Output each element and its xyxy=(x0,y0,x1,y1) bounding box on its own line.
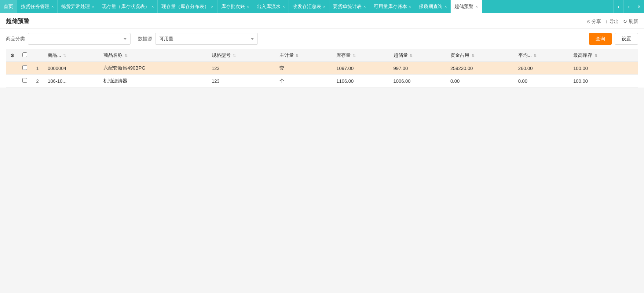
close-icon[interactable]: × xyxy=(211,4,213,9)
settings-button[interactable]: 设置 xyxy=(615,33,638,45)
row-avg: 0.00 xyxy=(515,75,570,88)
page-container: 超储预警 ⎋ 分享 ↑ 导出 ↻ 刷新 商品分类 数据源 xyxy=(0,13,644,88)
refresh-button[interactable]: ↻ 刷新 xyxy=(623,18,638,25)
row-overstock: 1006.00 xyxy=(391,75,447,88)
checkbox-header[interactable] xyxy=(19,49,30,62)
page-title: 超储预警 xyxy=(6,18,29,25)
nav-expiry-query[interactable]: 保质期查询 × xyxy=(415,0,451,13)
sort-icon: ⇅ xyxy=(472,53,475,58)
nav-arrow-group: ‹ › × xyxy=(613,0,644,13)
row-checkbox[interactable] xyxy=(22,78,27,83)
unit-header[interactable]: 主计量 ⇅ xyxy=(277,49,333,62)
row-number: 1 xyxy=(30,62,45,75)
row-checkbox-cell xyxy=(19,62,30,75)
gear-header[interactable]: ⚙ xyxy=(6,49,19,62)
export-icon: ↑ xyxy=(605,19,608,24)
top-navigation: 首页 拣货任务管理 × 拣货异常处理 × 现存量（库存状况表） × 现存量（库存… xyxy=(0,0,644,13)
spec-header[interactable]: 规格型号 ⇅ xyxy=(209,49,277,62)
sort-icon: ⇅ xyxy=(534,53,537,58)
nav-stock-dist[interactable]: 现存量（库存分布表） × xyxy=(158,0,217,13)
row-capital: 259220.00 xyxy=(447,62,515,75)
sort-icon: ⇅ xyxy=(594,53,597,58)
close-icon[interactable]: × xyxy=(282,4,285,9)
nav-next-arrow[interactable]: › xyxy=(623,0,634,13)
nav-overstock-warning[interactable]: 超储预警 × xyxy=(451,0,482,13)
sort-icon: ⇅ xyxy=(410,53,413,58)
table-container: ⚙ 商品... ⇅ 商品名称 ⇅ 规格型号 ⇅ xyxy=(0,49,644,88)
close-icon[interactable]: × xyxy=(92,4,94,9)
row-checkbox-cell xyxy=(19,75,30,88)
nav-summary[interactable]: 收发存汇总表 × xyxy=(289,0,329,13)
share-icon: ⎋ xyxy=(587,19,590,24)
row-max-stock: 100.00 xyxy=(570,75,638,88)
refresh-icon: ↻ xyxy=(623,19,627,24)
close-icon[interactable]: × xyxy=(409,4,411,9)
export-button[interactable]: ↑ 导出 xyxy=(605,18,619,25)
row-overstock: 997.00 xyxy=(391,62,447,75)
avg-header[interactable]: 平均... ⇅ xyxy=(515,49,570,62)
row-stock: 1106.00 xyxy=(333,75,390,88)
row-checkbox[interactable] xyxy=(22,65,27,70)
close-icon[interactable]: × xyxy=(444,4,447,9)
share-button[interactable]: ⎋ 分享 xyxy=(587,18,601,25)
category-label: 商品分类 xyxy=(6,36,25,42)
capital-header[interactable]: 资金占用 ⇅ xyxy=(447,49,515,62)
row-unit: 套 xyxy=(277,62,333,75)
row-product-name: 机油滤清器 xyxy=(100,75,209,88)
rownum-header xyxy=(30,49,45,62)
nav-pick-task[interactable]: 拣货任务管理 × xyxy=(17,0,58,13)
category-filter: 商品分类 xyxy=(6,33,131,45)
close-icon[interactable]: × xyxy=(323,4,325,9)
overstock-header[interactable]: 超储量 ⇅ xyxy=(391,49,447,62)
close-icon[interactable]: × xyxy=(363,4,366,9)
row-avg: 260.00 xyxy=(515,62,570,75)
chevron-down-icon xyxy=(124,38,127,40)
nav-inout-flow[interactable]: 出入库流水 × xyxy=(253,0,289,13)
nav-pick-exception[interactable]: 拣货异常处理 × xyxy=(58,0,98,13)
close-icon[interactable]: × xyxy=(51,4,54,9)
close-icon[interactable]: × xyxy=(151,4,154,9)
table-row: 2 186-10... 机油滤清器 123 个 1106.00 1006.00 … xyxy=(6,75,638,88)
table-row: 1 0000004 六配套新昌490BPG 123 套 1097.00 997.… xyxy=(6,62,638,75)
chevron-down-icon xyxy=(251,38,254,40)
row-product-name: 六配套新昌490BPG xyxy=(100,62,209,75)
row-product-code: 0000004 xyxy=(45,62,100,75)
nav-stock-status[interactable]: 现存量（库存状况表） × xyxy=(98,0,158,13)
datasource-label: 数据源 xyxy=(138,36,152,42)
sort-icon: ⇅ xyxy=(125,53,128,58)
row-spec: 123 xyxy=(209,62,277,75)
row-max-stock: 100.00 xyxy=(570,62,638,75)
header-actions: ⎋ 分享 ↑ 导出 ↻ 刷新 xyxy=(587,18,638,25)
nav-close-arrow[interactable]: × xyxy=(634,0,644,13)
select-all-checkbox[interactable] xyxy=(22,52,27,57)
filter-area: 商品分类 数据源 可用量 查询 设置 xyxy=(0,29,644,49)
category-select[interactable] xyxy=(28,33,131,45)
nav-order-stats[interactable]: 要货单统计表 × xyxy=(329,0,370,13)
max-stock-header[interactable]: 最高库存 ⇅ xyxy=(570,49,638,62)
filter-action-buttons: 查询 设置 xyxy=(589,33,638,45)
product-code-header[interactable]: 商品... ⇅ xyxy=(45,49,100,62)
row-stock: 1097.00 xyxy=(333,62,390,75)
sort-icon: ⇅ xyxy=(63,53,66,58)
data-table: ⚙ 商品... ⇅ 商品名称 ⇅ 规格型号 ⇅ xyxy=(6,49,638,88)
row-unit: 个 xyxy=(277,75,333,88)
row-product-code: 186-10... xyxy=(45,75,100,88)
nav-prev-arrow[interactable]: ‹ xyxy=(613,0,623,13)
datasource-filter: 数据源 可用量 xyxy=(138,33,258,45)
nav-available-stock[interactable]: 可用量库存账本 × xyxy=(370,0,415,13)
close-icon[interactable]: × xyxy=(475,4,477,9)
query-button[interactable]: 查询 xyxy=(589,33,612,45)
row-capital: 0.00 xyxy=(447,75,515,88)
row-number: 2 xyxy=(30,75,45,88)
table-body: 1 0000004 六配套新昌490BPG 123 套 1097.00 997.… xyxy=(6,62,638,88)
datasource-select[interactable]: 可用量 xyxy=(155,33,258,45)
row-gear[interactable] xyxy=(6,62,19,75)
close-icon[interactable]: × xyxy=(247,4,249,9)
stock-header[interactable]: 库存量 ⇅ xyxy=(333,49,390,62)
datasource-select-value: 可用量 xyxy=(159,36,173,42)
page-header: 超储预警 ⎋ 分享 ↑ 导出 ↻ 刷新 xyxy=(0,13,644,29)
product-name-header[interactable]: 商品名称 ⇅ xyxy=(100,49,209,62)
nav-home[interactable]: 首页 xyxy=(0,0,17,13)
row-gear[interactable] xyxy=(6,75,19,88)
nav-batch-account[interactable]: 库存批次账 × xyxy=(217,0,253,13)
